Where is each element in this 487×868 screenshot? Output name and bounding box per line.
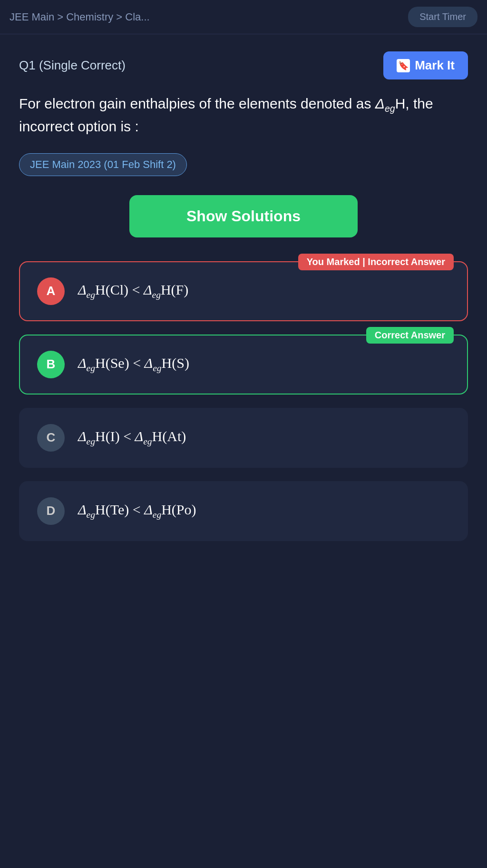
- option-d-circle: D: [37, 497, 65, 525]
- option-b-circle: B: [37, 351, 65, 378]
- option-c-circle: C: [37, 424, 65, 452]
- option-d-card[interactable]: D ΔegH(Te) < ΔegH(Po): [19, 481, 468, 541]
- option-c-text: ΔegH(I) < ΔegH(At): [78, 428, 186, 447]
- mark-it-button[interactable]: 🔖 Mark It: [383, 51, 468, 79]
- option-d-text: ΔegH(Te) < ΔegH(Po): [78, 502, 196, 520]
- question-tag[interactable]: JEE Main 2023 (01 Feb Shift 2): [19, 153, 187, 176]
- breadcrumb: JEE Main > Chemistry > Cla...: [10, 11, 150, 23]
- mark-it-label: Mark It: [415, 58, 455, 73]
- option-a-text: ΔegH(Cl) < ΔegH(F): [78, 282, 188, 300]
- question-label: Q1 (Single Correct): [19, 58, 126, 73]
- option-b-text: ΔegH(Se) < ΔegH(S): [78, 355, 189, 374]
- main-content: Q1 (Single Correct) 🔖 Mark It For electr…: [0, 34, 487, 560]
- option-b-badge: Correct Answer: [366, 327, 454, 344]
- question-delta-symbol: Δeg: [375, 96, 395, 111]
- option-a-badge: You Marked | Incorrect Answer: [298, 254, 454, 270]
- option-c-card[interactable]: C ΔegH(I) < ΔegH(At): [19, 408, 468, 468]
- option-b-card[interactable]: Correct Answer B ΔegH(Se) < ΔegH(S): [19, 335, 468, 395]
- bookmark-icon: 🔖: [397, 59, 410, 72]
- timer-button[interactable]: Start Timer: [408, 7, 477, 27]
- top-bar: JEE Main > Chemistry > Cla... Start Time…: [0, 0, 487, 34]
- question-text: For electron gain enthalpies of the elem…: [19, 93, 468, 138]
- question-text-part1: For electron gain enthalpies of the elem…: [19, 96, 375, 111]
- options-list: You Marked | Incorrect Answer A ΔegH(Cl)…: [19, 261, 468, 541]
- option-a-circle: A: [37, 277, 65, 305]
- option-a-card[interactable]: You Marked | Incorrect Answer A ΔegH(Cl)…: [19, 261, 468, 321]
- question-header: Q1 (Single Correct) 🔖 Mark It: [19, 51, 468, 79]
- show-solutions-button[interactable]: Show Solutions: [129, 195, 358, 237]
